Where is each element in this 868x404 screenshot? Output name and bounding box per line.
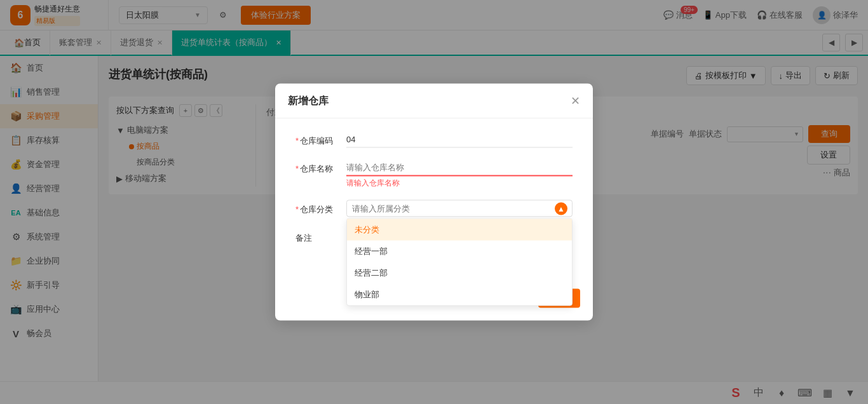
code-control (346, 131, 573, 148)
warehouse-code-row: *仓库编码 (295, 131, 573, 148)
category-control: ▲ 未分类 经营一部 经营二部 物业部 (346, 200, 573, 217)
note-label: 备注 (295, 229, 346, 244)
warehouse-code-input[interactable] (346, 131, 573, 148)
warehouse-name-row: *仓库名称 请输入仓库名称 (295, 159, 573, 189)
name-error-message: 请输入仓库名称 (346, 178, 573, 189)
modal-header: 新增仓库 ✕ (275, 84, 593, 119)
warehouse-name-input[interactable] (346, 159, 573, 177)
modal-close-button[interactable]: ✕ (571, 94, 580, 108)
name-control: 请输入仓库名称 (346, 159, 573, 189)
add-warehouse-modal: 新增仓库 ✕ *仓库编码 *仓库名称 请输入仓库名称 *仓库分类 (275, 84, 593, 321)
category-input[interactable] (346, 200, 573, 217)
category-label: *仓库分类 (295, 200, 346, 215)
category-dropdown-list: 未分类 经营一部 经营二部 物业部 (346, 219, 573, 306)
category-dropdown-arrow[interactable]: ▲ (555, 202, 567, 215)
dropdown-item-dept3[interactable]: 物业部 (347, 284, 572, 306)
name-label: *仓库名称 (295, 159, 346, 175)
code-label: *仓库编码 (295, 131, 346, 147)
dropdown-item-dept1[interactable]: 经营一部 (347, 241, 572, 262)
category-select-wrap: ▲ (346, 200, 573, 217)
modal-title: 新增仓库 (288, 94, 329, 107)
warehouse-category-row: *仓库分类 ▲ 未分类 经营一部 经营二部 物业部 (295, 200, 573, 217)
dropdown-item-dept2[interactable]: 经营二部 (347, 262, 572, 284)
modal-body: *仓库编码 *仓库名称 请输入仓库名称 *仓库分类 ▲ (275, 119, 593, 281)
dropdown-item-uncategorized[interactable]: 未分类 (347, 219, 572, 241)
